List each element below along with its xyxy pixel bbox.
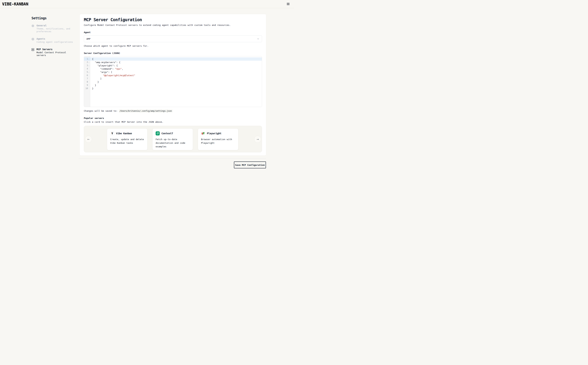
code-line-content: ] — [90, 77, 262, 80]
fold-chevron-icon[interactable]: ⌄ — [88, 61, 90, 64]
gear-icon — [32, 24, 34, 27]
editor-line[interactable]: 9 } — [84, 84, 262, 87]
save-location-prefix: Changes will be saved to: — [84, 110, 118, 112]
mcp-configuration-panel: MCP Server Configuration Configure Model… — [80, 14, 266, 156]
sidebar-item-label: MCP Servers — [36, 48, 76, 51]
agent-field-label: Agent — [84, 31, 262, 34]
line-number: 2⌄ — [84, 61, 90, 64]
save-location-path: /Users/britannio/.config/amp/settings.js… — [119, 110, 172, 112]
server-card-description: Browser automation with Playwright — [201, 138, 235, 145]
page-subtitle: Configure Model Context Protocol servers… — [84, 23, 262, 27]
server-card-description: Fetch up-to-date documentation and code … — [155, 138, 190, 148]
agent-select-value: AMP — [86, 38, 90, 40]
carousel-next-button[interactable]: → — [254, 136, 261, 143]
fold-chevron-icon[interactable]: ⌄ — [88, 64, 90, 67]
agent-select[interactable]: AMP — [84, 35, 262, 42]
fold-chevron-icon[interactable]: ⌄ — [88, 70, 90, 74]
json-code-editor[interactable]: 1⌄{2⌄ "amp.mcpServers": {3⌄ "playwright"… — [84, 56, 262, 107]
editor-line[interactable]: 10} — [84, 87, 262, 90]
sidebar-item-description: Coding agent configurations — [36, 41, 76, 43]
vibe-kanban-logo: V — [110, 131, 114, 135]
footer-divider — [79, 158, 266, 159]
context7-logo: {7 — [155, 131, 160, 135]
server-card-name: Context7 — [162, 132, 173, 135]
code-line-content: { — [90, 57, 262, 61]
save-mcp-configuration-button[interactable]: Save MCP Configuration — [234, 161, 266, 168]
code-line-content: "command": "npx", — [90, 67, 262, 70]
popular-servers-carousel: ← V Vibe Kanban Create, update and delet… — [84, 126, 262, 152]
editor-line[interactable]: 4 "command": "npx", — [84, 67, 262, 70]
sidebar-title: Settings — [32, 16, 76, 20]
popular-servers-subtitle: Click a card to insert that MCP Server i… — [84, 120, 262, 124]
server-card-name: Vibe Kanban — [116, 132, 132, 135]
editor-field-label: Server Configuration (JSON) — [84, 52, 262, 55]
server-card-name: Playwright — [207, 132, 221, 135]
fold-chevron-icon[interactable]: ⌄ — [88, 57, 90, 61]
carousel-prev-button[interactable]: ← — [85, 136, 92, 143]
code-line-content: "playwright": { — [90, 64, 262, 67]
code-line-content: "args": [ — [90, 70, 262, 74]
app-logo[interactable]: VIBE-KANBAN — [2, 2, 28, 6]
editor-line[interactable]: 7 ] — [84, 77, 262, 80]
server-cards: V Vibe Kanban Create, update and delete … — [107, 128, 238, 150]
settings-sidebar: Settings General Theme, notifications, a… — [32, 14, 76, 61]
editor-line[interactable]: 3⌄ "playwright": { — [84, 64, 262, 67]
line-number: 9 — [84, 84, 90, 87]
editor-line[interactable]: 1⌄{ — [84, 57, 262, 61]
server-card-description: Create, update and delete Vibe Kanban ta… — [110, 138, 144, 145]
content-wrapper: Settings General Theme, notifications, a… — [0, 8, 294, 156]
top-bar: VIBE-KANBAN — [0, 0, 294, 8]
code-line-content: "@playwright/mcp@latest" — [90, 74, 262, 77]
line-number: 5⌄ — [84, 70, 90, 74]
editor-line[interactable]: 2⌄ "amp.mcpServers": { — [84, 61, 262, 64]
sidebar-item-description: Model Context Protocol servers — [36, 51, 76, 57]
code-line-content: } — [90, 87, 262, 90]
editor-rows: 1⌄{2⌄ "amp.mcpServers": {3⌄ "playwright"… — [84, 56, 262, 90]
line-number: 4 — [84, 67, 90, 70]
page-title: MCP Server Configuration — [84, 17, 262, 22]
code-line-content: } — [90, 80, 262, 84]
cpu-icon — [32, 38, 34, 41]
line-number: 1⌄ — [84, 57, 90, 61]
code-line-content: } — [90, 84, 262, 87]
server-card-playwright[interactable]: Playwright Browser automation with Playw… — [198, 128, 238, 150]
arrow-left-icon: ← — [87, 138, 89, 141]
sidebar-item-label: Agents — [36, 37, 76, 40]
line-number: 7 — [84, 77, 90, 80]
line-number: 6 — [84, 74, 90, 77]
hamburger-menu-icon[interactable] — [287, 3, 290, 5]
server-icon — [32, 48, 34, 51]
popular-servers-title: Popular servers — [84, 117, 262, 120]
editor-line[interactable]: 8 } — [84, 80, 262, 84]
sidebar-item-label: General — [36, 24, 76, 27]
editor-line[interactable]: 5⌄ "args": [ — [84, 70, 262, 74]
save-location-note: Changes will be saved to: /Users/britann… — [84, 110, 262, 112]
chevron-down-icon — [257, 38, 259, 40]
code-line-content: "amp.mcpServers": { — [90, 61, 262, 64]
sidebar-item-general[interactable]: General Theme, notifications, and prefer… — [32, 24, 76, 33]
sidebar-item-mcp-servers[interactable]: MCP Servers Model Context Protocol serve… — [32, 48, 76, 57]
agent-help-text: Choose which agent to configure MCP serv… — [84, 44, 262, 48]
arrow-right-icon: → — [257, 138, 259, 141]
line-number: 10 — [84, 87, 90, 90]
editor-line[interactable]: 6 "@playwright/mcp@latest" — [84, 74, 262, 77]
footer-actions: Save MCP Configuration — [79, 161, 266, 168]
playwright-masks-logo — [201, 131, 205, 135]
sidebar-item-agents[interactable]: Agents Coding agent configurations — [32, 37, 76, 43]
line-number: 8 — [84, 80, 90, 84]
sidebar-item-description: Theme, notifications, and preferences — [36, 28, 76, 33]
server-card-context7[interactable]: {7 Context7 Fetch up-to-date documentati… — [152, 128, 193, 150]
line-number: 3⌄ — [84, 64, 90, 67]
server-card-vibe-kanban[interactable]: V Vibe Kanban Create, update and delete … — [107, 128, 148, 150]
